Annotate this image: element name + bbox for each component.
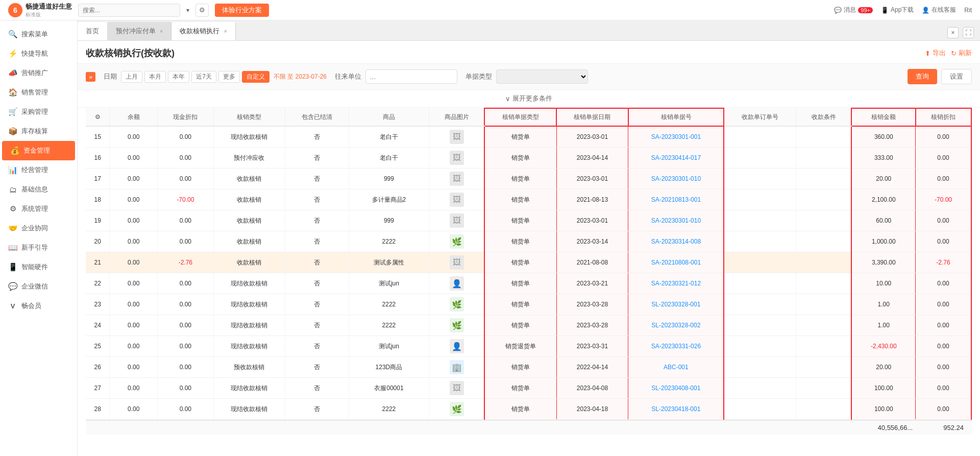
sidebar-item-wechat[interactable]: 💬 企业微信 [0,277,77,296]
settings-button[interactable]: ⚙ [195,4,209,17]
sidebar-item-finance[interactable]: 💰 资金管理 [2,141,75,160]
writeoff-no-link[interactable]: SA-20230301-010 [651,175,701,182]
search-menu-icon: 🔍 [8,30,17,39]
tab-collection[interactable]: 收款核销执行 × [172,22,235,40]
sidebar-item-basic[interactable]: 🗂 基础信息 [0,180,77,199]
cash-discount: 0.00 [158,169,213,189]
date-btn-this-year[interactable]: 本年 [168,71,189,83]
writeoff-no-link[interactable]: SA-20230321-012 [651,280,701,287]
writeoff-no-link[interactable]: SA-20210813-001 [651,196,701,203]
sidebar-item-guide[interactable]: 📖 新手引导 [0,238,77,257]
export-button[interactable]: ⬆ 导出 [925,49,946,58]
dropdown-trigger[interactable]: ▾ [186,7,189,14]
filter-arrow[interactable]: » [86,72,95,82]
sidebar-item-marketing[interactable]: 📣 营销推广 [0,63,77,83]
writeoff-date: 2023-04-18 [556,399,628,420]
tab-collection-close[interactable]: × [224,28,227,34]
writeoff-no-link[interactable]: SA-20230414-017 [651,154,701,161]
writeoff-date: 2023-03-21 [556,273,628,294]
row-num: 27 [86,378,110,399]
include-settled: 否 [285,189,349,210]
writeoff-date: 2023-04-08 [556,378,628,399]
sidebar-item-hardware[interactable]: 📱 智能硬件 [0,257,77,277]
writeoff-no-link[interactable]: SL-20230328-002 [651,322,700,329]
industry-solution-button[interactable]: 体验行业方案 [215,4,269,17]
writeoff-no-link[interactable]: SA-20210808-001 [651,259,701,266]
voucher-type-select[interactable] [496,69,588,84]
date-btn-custom[interactable]: 自定义 [242,71,270,83]
gear-icon: ⚙ [199,6,205,14]
app-download-button[interactable]: 📱 App下载 [881,6,914,14]
collection-condition [796,148,851,169]
balance: 0.00 [110,378,158,399]
date-btn-last-month[interactable]: 上月 [121,71,142,83]
writeoff-no-link[interactable]: SA-20230301-010 [651,217,701,224]
th-settings[interactable]: ⚙ [86,108,110,126]
writeoff-amount: 360.00 [851,126,915,148]
sidebar-item-system[interactable]: ⚙ 系统管理 [0,199,77,219]
filter-settings-button[interactable]: 设置 [941,69,972,84]
goods: 测试jun [349,273,429,294]
sidebar-item-inventory[interactable]: 📦 库存核算 [0,122,77,141]
table-container[interactable]: ⚙ 余额 现金折扣 核销类型 包含已结清 商品 商品图片 核销单据类型 核销单据… [78,108,980,456]
partner-label: 往来单位 [335,72,361,81]
date-btn-7days[interactable]: 近7天 [191,71,216,83]
writeoff-discount: -70.00 [916,189,972,210]
writeoff-type: 现结收款核销 [213,378,285,399]
writeoff-no-link[interactable]: SL-20230418-001 [651,405,700,413]
online-service-button[interactable]: 👤 在线客服 [922,6,956,14]
date-btn-more[interactable]: 更多 [218,71,240,83]
goods-image-icon: 🖼 [450,193,464,207]
writeoff-type: 收款核销 [213,169,285,189]
goods-image-icon: 🖼 [450,255,464,270]
top-search-input[interactable] [78,4,180,17]
sidebar-item-search-menu[interactable]: 🔍 搜索菜单 [0,25,77,44]
writeoff-no-link[interactable]: SL-20230408-001 [651,385,700,392]
include-settled: 否 [285,169,349,189]
table-row: 22 0.00 0.00 现结收款核销 否 测试jun 👤 销货单 2023-0… [86,273,971,294]
include-settled: 否 [285,294,349,315]
tab-prepay-close[interactable]: × [160,28,163,34]
writeoff-date: 2023-03-31 [556,336,628,357]
include-settled: 否 [285,273,349,294]
tab-prepay[interactable]: 预付冲应付单 × [108,22,172,40]
writeoff-no-link[interactable]: SA-20230301-001 [651,133,701,140]
sidebar-item-label: 经营管理 [21,165,48,175]
table-row: 21 0.00 -2.76 收款核销 否 测试多属性 🖼 销货单 2021-08… [86,252,971,273]
tab-close-btn[interactable]: × [947,27,959,38]
table-row: 15 0.00 0.00 现结收款核销 否 老白干 🖼 销货单 2023-03-… [86,126,971,148]
query-button[interactable]: 查询 [908,69,937,84]
writeoff-amount: -2,430.00 [851,336,915,357]
collection-order-no [724,126,796,148]
expand-more-button[interactable]: ∨ 展开更多条件 [501,92,556,105]
cash-discount: 0.00 [158,378,213,399]
tab-expand-btn[interactable]: ⛶ [963,27,974,38]
notification-button[interactable]: 💬 消息 99+ [834,6,873,14]
writeoff-no-link[interactable]: SA-20230331-026 [651,343,701,350]
writeoff-type: 现结收款核销 [213,336,285,357]
sidebar-item-sales[interactable]: 🏠 销售管理 [0,83,77,102]
partner-input[interactable] [365,69,457,84]
filter-expand-arrow[interactable]: » [86,72,95,82]
writeoff-no: SA-20230301-010 [628,210,724,231]
writeoff-discount: 0.00 [916,231,972,252]
writeoff-type: 现结收款核销 [213,399,285,420]
tab-home[interactable]: 首页 [78,22,108,40]
enterprise-icon: 🤝 [8,224,17,233]
writeoff-no-link[interactable]: SA-20230314-008 [651,238,701,245]
goods-image-icon: 🌿 [450,234,464,249]
refresh-button[interactable]: ↻ 刷新 [951,49,972,58]
sidebar-item-member[interactable]: V 畅会员 [0,296,77,316]
sidebar-item-enterprise[interactable]: 🤝 企业协同 [0,219,77,238]
writeoff-no-link[interactable]: ABC-001 [664,364,689,371]
finance-icon: 💰 [10,146,19,155]
sidebar-item-quick-nav[interactable]: ⚡ 快捷导航 [0,44,77,63]
user-info[interactable]: Rit [964,7,972,14]
writeoff-discount: 0.00 [916,126,972,148]
sidebar-item-operations[interactable]: 📊 经营管理 [0,160,77,180]
writeoff-no-link[interactable]: SL-20230328-001 [651,301,700,308]
date-btn-this-month[interactable]: 本月 [144,71,166,83]
hardware-icon: 📱 [8,262,17,272]
writeoff-voucher-type: 销货单 [484,210,556,231]
sidebar-item-purchase[interactable]: 🛒 采购管理 [0,102,77,122]
